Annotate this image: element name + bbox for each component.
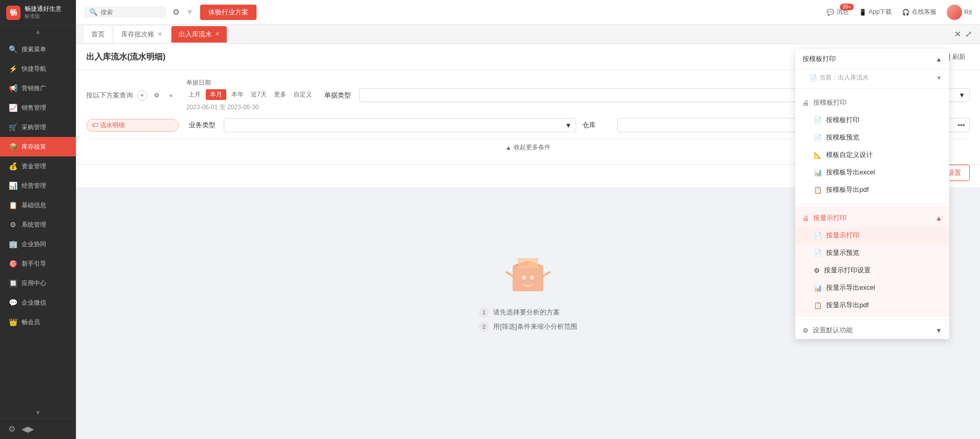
header-right: 💬 消息 99+ 📱 App下载 🎧 在线客服 Rit xyxy=(827,5,972,20)
message-btn[interactable]: 💬 消息 99+ xyxy=(827,8,849,16)
sidebar-item-enterprise[interactable]: 🏢 企业协同 xyxy=(0,234,76,254)
template-print-section: 🖨 按模板打印 📄 按模板打印 📄 按模板预览 📐 模板自定义设计 📊 按模板导… xyxy=(795,91,949,202)
sidebar-item-finance[interactable]: 💰 资金管理 xyxy=(0,156,76,176)
empty-steps: 1 请先选择要分析的方案 2 用[筛选]条件来缩小分析范围 xyxy=(479,307,577,332)
sidebar-item-purchase[interactable]: 🛒 采购管理 xyxy=(0,117,76,137)
display-print-section-title[interactable]: 🖨 按显示打印 ▲ xyxy=(795,209,949,227)
print-doc-icon: 📄 xyxy=(814,116,822,124)
dropdown-item-display-excel[interactable]: 📊 按显示导出excel xyxy=(795,279,949,296)
sidebar-item-basics[interactable]: 📋 基础信息 xyxy=(0,195,76,215)
tab-flow-close[interactable]: ✕ xyxy=(215,31,220,37)
avatar-img xyxy=(947,5,962,20)
display-section-arrow: ▲ xyxy=(935,214,942,222)
empty-illustration-svg xyxy=(502,248,554,299)
header-search-box[interactable]: 🔍 xyxy=(84,6,166,18)
dropdown-item-template-design[interactable]: 📐 模板自定义设计 xyxy=(795,146,949,164)
dropdown-arrow-biz: ▼ xyxy=(565,122,572,129)
sidebar-item-member[interactable]: 👑 畅会员 xyxy=(0,312,76,332)
flow-detail-filter-tag[interactable]: 🏷 流水明细 xyxy=(86,119,179,132)
dropdown-item-display-pdf[interactable]: 📋 按显示导出pdf xyxy=(795,296,949,314)
design-icon: 📐 xyxy=(814,151,822,159)
template-print-section-title[interactable]: 🖨 按模板打印 xyxy=(795,94,949,111)
settings-condition-btn[interactable]: ⚙ xyxy=(151,90,162,101)
app-logo-icon: 畅 xyxy=(6,6,21,20)
date-label: 单据日期 xyxy=(186,78,314,87)
svg-line-6 xyxy=(506,272,513,276)
date-btn-this-year[interactable]: 本年 xyxy=(229,89,246,100)
dropdown-item-template-preview[interactable]: 📄 按模板预览 xyxy=(795,129,949,146)
printer-icon: 🖨 xyxy=(802,99,809,107)
display-preview-icon: 📄 xyxy=(814,249,822,257)
date-btn-7days[interactable]: 近7天 xyxy=(249,89,269,100)
warehouse-label: 仓库 xyxy=(582,121,613,130)
sidebar-item-appcenter[interactable]: 🔲 应用中心 xyxy=(0,273,76,293)
tab-batch-close[interactable]: ✕ xyxy=(158,31,162,37)
type-field-label: 单据类型 xyxy=(324,91,355,100)
dropdown-item-template-excel[interactable]: 📊 按模板导出excel xyxy=(795,164,949,181)
headset-icon: 🎧 xyxy=(902,9,910,16)
system-icon: ⚙ xyxy=(8,220,17,229)
dropdown-arrow-header[interactable]: ▼ xyxy=(186,8,194,17)
sidebar-item-system[interactable]: ⚙ 系统管理 xyxy=(0,215,76,234)
gear-icon[interactable]: ⚙ xyxy=(172,7,180,17)
sidebar-item-search[interactable]: 🔍 搜索菜单 xyxy=(0,39,76,59)
date-btn-custom[interactable]: 自定义 xyxy=(291,89,314,100)
date-field: 单据日期 上月 本月 本年 近7天 更多 自定义 2023-06-01 至 20… xyxy=(186,78,314,112)
dropdown-close-btn[interactable]: ▲ xyxy=(935,55,942,63)
tab-batch[interactable]: 库存批次账 ✕ xyxy=(114,26,169,43)
message-icon: 💬 xyxy=(827,9,834,16)
sidebar-item-wechat[interactable]: 💬 企业微信 xyxy=(0,293,76,312)
dropdown-item-display-preview[interactable]: 📄 按显示预览 xyxy=(795,244,949,262)
sidebar-scroll-down[interactable]: ▼ xyxy=(0,407,76,418)
app-download-btn[interactable]: 📱 App下载 xyxy=(859,8,892,16)
tab-home[interactable]: 首页 xyxy=(84,26,112,43)
sidebar-nav: 🔍 搜索菜单 ⚡ 快捷导航 📢 营销推广 📈 销售管理 🛒 采购管理 📦 库存核… xyxy=(0,37,76,407)
marketing-icon: 📢 xyxy=(8,84,17,93)
svg-line-7 xyxy=(543,272,550,276)
date-btn-this-month[interactable]: 本月 xyxy=(206,89,226,100)
sidebar-item-marketing[interactable]: 📢 营销推广 xyxy=(0,78,76,98)
user-avatar[interactable]: Rit xyxy=(947,5,972,20)
collapse-sidebar-icon[interactable]: ◀▶ xyxy=(22,424,34,434)
dropdown-item-template-pdf[interactable]: 📋 按模板导出pdf xyxy=(795,181,949,198)
step-num-1: 1 xyxy=(479,307,489,317)
sidebar-item-quicknav[interactable]: ⚡ 快捷导航 xyxy=(0,59,76,78)
inventory-icon: 📦 xyxy=(8,142,17,151)
search-label-group: 按以下方案查询 + ⚙ « xyxy=(86,90,176,101)
default-fn-icon: ⚙ xyxy=(802,327,809,334)
maximize-window-btn[interactable]: ⤢ xyxy=(965,29,972,39)
search-input[interactable] xyxy=(101,9,161,16)
dropdown-panel: 按模板打印 ▲ 📄 当前：出入库流水 ▼ 🖨 按模板打印 📄 按模板打印 📄 按… xyxy=(795,49,949,339)
date-btn-last-month[interactable]: 上月 xyxy=(186,89,203,100)
dropdown-item-template-print[interactable]: 📄 按模板打印 xyxy=(795,111,949,129)
dropdown-item-display-print[interactable]: 📄 按显示打印 xyxy=(795,227,949,244)
dropdown-item-display-settings[interactable]: ⚙ 按显示打印设置 xyxy=(795,262,949,279)
biz-type-field-row: 业务类型 ▼ xyxy=(189,118,576,132)
close-window-btn[interactable]: ✕ xyxy=(954,29,961,39)
industry-btn[interactable]: 体验行业方案 xyxy=(200,5,257,20)
set-default-fn-btn[interactable]: ⚙ 设置默认功能 ▼ xyxy=(795,322,949,339)
sidebar-item-inventory[interactable]: 📦 库存核算 xyxy=(0,137,76,156)
filter-icon: 🏷 xyxy=(92,122,98,129)
search-icon-header: 🔍 xyxy=(89,8,97,16)
tab-flow[interactable]: 出入库流水 ✕ xyxy=(171,26,227,43)
date-btn-more[interactable]: 更多 xyxy=(272,89,288,100)
biz-type-select[interactable]: ▼ xyxy=(224,118,576,132)
add-condition-btn[interactable]: + xyxy=(137,90,147,101)
settings-bottom-icon[interactable]: ⚙ xyxy=(8,424,15,434)
default-fn-arrow: ▼ xyxy=(935,327,942,334)
company-name: 畅捷通好生意 xyxy=(25,5,62,13)
sidebar-item-newbie[interactable]: 🎯 新手引导 xyxy=(0,254,76,273)
svg-rect-3 xyxy=(518,258,538,268)
app-version: 标准版 xyxy=(25,13,62,20)
sales-icon: 📈 xyxy=(8,103,17,112)
sidebar-scroll-up[interactable]: ▲ xyxy=(0,26,76,37)
sidebar-item-operations[interactable]: 📊 经营管理 xyxy=(0,176,76,195)
dropdown-title: 按模板打印 xyxy=(802,54,836,64)
sidebar-item-sales[interactable]: 📈 销售管理 xyxy=(0,98,76,117)
display-printer-icon: 🖨 xyxy=(802,214,809,222)
collapse-condition-btn[interactable]: « xyxy=(166,90,176,101)
online-service-btn[interactable]: 🎧 在线客服 xyxy=(902,8,936,16)
excel-icon: 📊 xyxy=(814,169,822,176)
newbie-icon: 🎯 xyxy=(8,259,17,268)
